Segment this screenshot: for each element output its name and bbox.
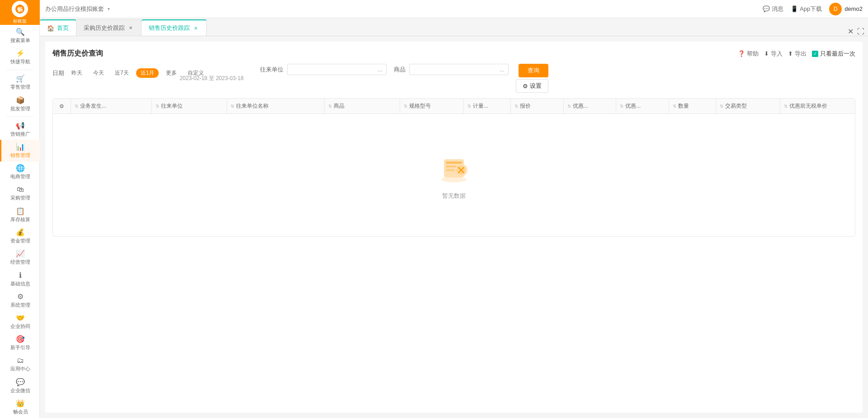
sidebar-item-finance-mgmt[interactable]: 💰 资金管理: [0, 226, 40, 247]
sidebar-item-operations-mgmt[interactable]: 📈 经营管理: [0, 247, 40, 268]
app-logo: 畅 标账版: [0, 0, 40, 25]
sort-icon: ⇅: [156, 104, 159, 109]
only-last-checkbox-label[interactable]: 只看最后一次: [812, 50, 855, 58]
user-profile[interactable]: D demo2: [829, 3, 863, 15]
th-settings[interactable]: ⚙: [53, 99, 71, 114]
sidebar-item-ecommerce-mgmt[interactable]: 🌐 电商管理: [0, 162, 40, 183]
new-guide-icon: 🎯: [16, 335, 25, 343]
sidebar-item-label: 采购管理: [10, 195, 30, 201]
product-input[interactable]: ...: [409, 64, 509, 75]
data-table: ⚙ ⇅ 业务发生... ⇅ 往来单位 ⇅ 往来单位名称: [52, 98, 855, 237]
th-unit[interactable]: ⇅ 计量...: [464, 99, 511, 114]
settings-label: 设置: [530, 82, 542, 90]
th-trade-type[interactable]: ⇅ 交易类型: [716, 99, 780, 114]
ecommerce-mgmt-icon: 🌐: [16, 164, 25, 172]
date-btn-today[interactable]: 今天: [90, 68, 108, 78]
sidebar-item-wholesale-mgmt[interactable]: 📦 批发管理: [0, 93, 40, 114]
close-all-tabs-button[interactable]: ✕: [848, 27, 854, 36]
partner-dots: ...: [377, 66, 382, 73]
header-left: 办公用品行业模拟账套 ▾: [45, 5, 110, 13]
th-partner-code[interactable]: ⇅ 往来单位: [152, 99, 227, 114]
message-button[interactable]: 💬 消息: [763, 5, 783, 13]
sidebar-item-sales-mgmt[interactable]: 📊 销售管理: [0, 140, 40, 161]
product-filter: 商品 ...: [394, 64, 509, 75]
th-partner-name[interactable]: ⇅ 往来单位名称: [227, 99, 325, 114]
tab-bar: 🏠 首页 采购历史价跟踪 ✕ 销售历史价跟踪 ✕ ✕ ⛶: [40, 18, 868, 36]
sort-icon: ⇅: [328, 104, 332, 109]
sort-icon: ⇅: [784, 104, 788, 109]
empty-text: 暂无数据: [442, 192, 466, 200]
th-pretax-price[interactable]: ⇅ 优惠前无税单价: [780, 99, 855, 114]
operations-mgmt-icon: 📈: [16, 249, 25, 258]
product-search-input[interactable]: [413, 66, 500, 73]
member-icon: 👑: [16, 399, 25, 408]
system-mgmt-icon: ⚙: [17, 292, 24, 301]
filter-buttons: 查询 ⚙ 设置: [516, 64, 548, 93]
tab-home[interactable]: 🏠 首页: [40, 19, 76, 36]
th-price[interactable]: ⇅ 报价: [511, 99, 564, 114]
th-biz-date[interactable]: ⇅ 业务发生...: [71, 99, 152, 114]
date-btn-7days[interactable]: 近7天: [111, 68, 132, 78]
only-last-checkbox[interactable]: [812, 51, 818, 57]
svg-point-2: [441, 177, 467, 182]
sidebar-item-label: 电商管理: [10, 173, 30, 180]
sort-icon: ⇅: [514, 104, 518, 109]
sidebar-item-retail-mgmt[interactable]: 🛒 零售管理: [0, 72, 40, 93]
sidebar-item-label: 畅会员: [13, 408, 28, 415]
sidebar-item-enterprise-wechat[interactable]: 💬 企业微信: [0, 375, 40, 396]
partner-label: 往来单位: [260, 66, 283, 74]
app-download-button[interactable]: 📱 App下载: [791, 5, 822, 13]
th-discount1[interactable]: ⇅ 优惠...: [564, 99, 617, 114]
sidebar-item-marketing[interactable]: 📢 营销推广: [0, 119, 40, 140]
sidebar-item-new-guide[interactable]: 🎯 新手引导: [0, 332, 40, 354]
app-download-label: App下载: [800, 5, 822, 13]
close-purchase-history-tab[interactable]: ✕: [127, 25, 134, 31]
close-sales-history-tab[interactable]: ✕: [193, 25, 199, 31]
partner-search-input[interactable]: [291, 66, 377, 73]
th-spec[interactable]: ⇅ 规格型号: [400, 99, 464, 114]
export-button[interactable]: ⬆ 导出: [788, 50, 807, 58]
sidebar-item-quick-nav[interactable]: ⚡ 快捷导航: [0, 46, 40, 67]
sidebar-item-label: 搜索菜单: [10, 37, 30, 44]
th-product[interactable]: ⇅ 商品: [325, 99, 400, 114]
quick-nav-icon: ⚡: [16, 49, 25, 57]
th-discount2[interactable]: ⇅ 优惠...: [616, 99, 669, 114]
marketing-icon: 📢: [16, 121, 25, 130]
sidebar-item-member[interactable]: 👑 畅会员: [0, 397, 40, 418]
settings-icon: ⚙: [523, 83, 528, 90]
import-label: 导入: [771, 50, 783, 58]
tab-purchase-history[interactable]: 采购历史价跟踪 ✕: [76, 19, 142, 36]
help-button[interactable]: ❓ 帮助: [738, 50, 759, 58]
sort-icon: ⇅: [567, 104, 571, 109]
only-last-label: 只看最后一次: [820, 50, 855, 58]
sidebar-item-app-center[interactable]: 🗂 应用中心: [0, 354, 40, 375]
th-qty[interactable]: ⇅ 数量: [669, 99, 716, 114]
date-btn-1month[interactable]: 近1月: [136, 68, 159, 78]
sort-icon: ⇅: [75, 104, 78, 109]
page-title-row: 销售历史价查询 ❓ 帮助 ⬇ 导入 ⬆ 导出: [52, 49, 855, 58]
message-label: 消息: [772, 5, 783, 13]
date-btn-more[interactable]: 更多: [162, 68, 180, 78]
sidebar-item-label: 零售管理: [10, 84, 30, 90]
product-label: 商品: [394, 66, 406, 74]
settings-button[interactable]: ⚙ 设置: [516, 79, 548, 93]
query-button[interactable]: 查询: [519, 64, 548, 77]
partner-input[interactable]: ...: [287, 64, 387, 75]
sidebar-item-enterprise[interactable]: 🤝 企业协同: [0, 311, 40, 332]
import-button[interactable]: ⬇ 导入: [764, 50, 783, 58]
sort-icon: ⇅: [467, 104, 471, 109]
sidebar-item-search-menu[interactable]: 🔍 搜索菜单: [0, 25, 40, 46]
sidebar-item-label: 资金管理: [10, 238, 30, 244]
basic-info-icon: ℹ: [19, 271, 22, 280]
date-btn-yesterday[interactable]: 昨天: [68, 68, 86, 78]
tab-sales-history[interactable]: 销售历史价跟踪 ✕: [142, 19, 207, 36]
sales-mgmt-icon: 📊: [16, 142, 25, 151]
sidebar-item-basic-info[interactable]: ℹ 基础信息: [0, 268, 40, 290]
sidebar-item-inventory[interactable]: 📋 库存核算: [0, 204, 40, 225]
sidebar-item-system-mgmt[interactable]: ⚙ 系统管理: [0, 290, 40, 311]
enterprise-icon: 🤝: [16, 314, 25, 322]
sidebar-item-purchase-mgmt[interactable]: 🛍 采购管理: [0, 183, 40, 204]
maximize-button[interactable]: ⛶: [857, 28, 864, 36]
header-dropdown-icon[interactable]: ▾: [108, 6, 110, 11]
sidebar-item-label: 系统管理: [10, 302, 30, 309]
